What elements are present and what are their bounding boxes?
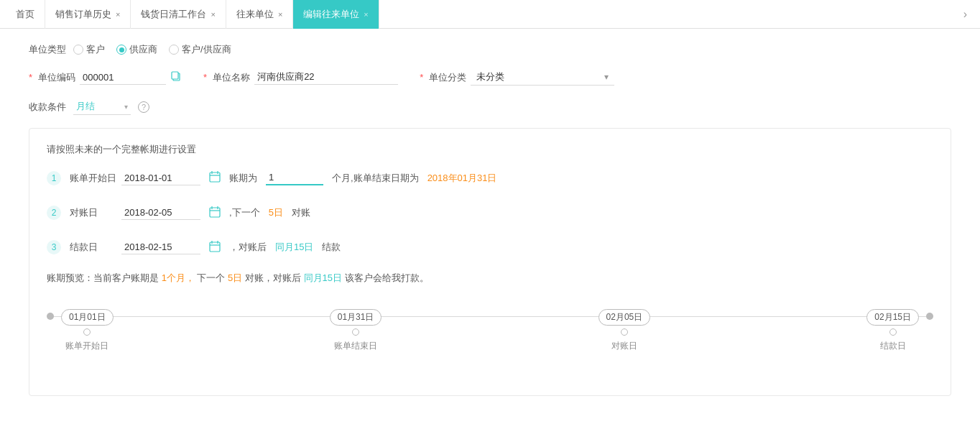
- reconcile-desc-prefix: ,下一个: [229, 206, 260, 219]
- unit-code-label: 单位编码: [38, 71, 75, 84]
- close-icon[interactable]: ×: [278, 10, 282, 19]
- row-label-2: 对账日: [70, 206, 113, 219]
- timeline-container: 01月01日 账单开始日 01月31日 账单结束日 02月05日: [47, 302, 933, 381]
- tab-sales-history[interactable]: 销售订单历史 ×: [45, 0, 131, 29]
- unit-name-input[interactable]: [254, 70, 398, 85]
- required-star-code: *: [29, 72, 32, 83]
- row-num-3: 3: [47, 240, 61, 254]
- timeline-point-4: 02月15日 结款日: [866, 309, 919, 352]
- copy-icon[interactable]: [170, 70, 182, 84]
- period-settings-box: 请按照未来的一个完整帐期进行设置 1 账单开始日 账期为 个月,账单结束日期为 …: [29, 128, 951, 396]
- reconcile-desc-suffix: 对账: [292, 206, 310, 219]
- unit-category-label: 单位分类: [429, 71, 466, 84]
- radio-circle-both: [169, 45, 179, 55]
- tab-bar: 首页 销售订单历史 × 钱货日清工作台 × 往来单位 × 编辑往来单位 × ›: [0, 0, 980, 29]
- setting-row-3: 3 结款日 ，对账后 同月15日 结款: [47, 240, 933, 254]
- account-start-date-input[interactable]: [121, 171, 200, 185]
- payment-terms-row: 收款条件 月结 ▾ ?: [29, 98, 951, 115]
- chevron-down-icon: ▾: [124, 103, 128, 111]
- unit-category-value: 未分类: [476, 70, 604, 83]
- preview-text: 账期预览：当前客户账期是 1个月， 下一个 5日 对账，对账后 同月15日 该客…: [47, 272, 933, 285]
- row-label-1: 账单开始日: [70, 172, 113, 185]
- unit-type-radio-group: 客户 供应商 客户/供应商: [73, 43, 231, 56]
- unit-name-label: 单位名称: [213, 71, 250, 84]
- close-icon[interactable]: ×: [211, 10, 215, 19]
- timeline-point-2: 01月31日 账单结束日: [330, 309, 382, 352]
- timeline-badge-3: 02月05日: [598, 309, 651, 326]
- tab-edit-partner[interactable]: 编辑往来单位 ×: [293, 0, 379, 29]
- radio-both[interactable]: 客户/供应商: [169, 43, 231, 56]
- timeline-points: 01月01日 账单开始日 01月31日 账单结束日 02月05日: [47, 309, 933, 352]
- payment-desc-prefix: ，对账后: [229, 241, 267, 254]
- tab-home[interactable]: 首页: [6, 0, 45, 29]
- payment-terms-select[interactable]: 月结 ▾: [73, 98, 131, 115]
- timeline-point-3: 02月05日 对账日: [598, 309, 651, 352]
- setting-row-2: 2 对账日 ,下一个 5日 对账: [47, 206, 933, 220]
- unit-category-select[interactable]: 未分类 ▾: [471, 69, 614, 86]
- payment-date-input[interactable]: [121, 240, 200, 254]
- unit-name-group: * 单位名称: [203, 70, 398, 85]
- row-num-1: 1: [47, 171, 61, 185]
- main-content: 单位类型 客户 供应商 客户/供应商 * 单位编码: [0, 29, 980, 437]
- payment-terms-value: 月结: [76, 100, 120, 113]
- required-star-name: *: [203, 72, 207, 83]
- help-icon[interactable]: ?: [138, 101, 149, 113]
- timeline-point-1: 01月01日 账单开始日: [61, 309, 114, 352]
- row-label-3: 结款日: [70, 241, 113, 254]
- section-title: 请按照未来的一个完整帐期进行设置: [47, 143, 933, 156]
- timeline-dot-3: [621, 328, 628, 336]
- unit-type-label: 单位类型: [29, 43, 66, 56]
- period-value-input[interactable]: [266, 170, 323, 185]
- payment-day-highlight: 同月15日: [275, 241, 313, 254]
- timeline-label-4: 结款日: [880, 340, 906, 352]
- tab-cash-work[interactable]: 钱货日清工作台 ×: [131, 0, 226, 29]
- period-for-label: 账期为: [229, 172, 257, 185]
- unit-category-group: * 单位分类 未分类 ▾: [420, 69, 614, 86]
- calendar-icon-1[interactable]: [209, 171, 221, 185]
- radio-customer[interactable]: 客户: [73, 43, 105, 56]
- close-icon[interactable]: ×: [116, 10, 120, 19]
- radio-circle-supplier: [116, 45, 126, 55]
- unit-type-row: 单位类型 客户 供应商 客户/供应商: [29, 43, 951, 56]
- reconcile-date-input[interactable]: [121, 206, 200, 220]
- svg-rect-10: [210, 242, 220, 252]
- unit-info-row: * 单位编码 * 单位名称 * 单位分类 未分类 ▾: [29, 69, 951, 86]
- timeline-badge-2: 01月31日: [330, 309, 382, 326]
- svg-rect-2: [210, 172, 220, 182]
- svg-rect-6: [210, 208, 220, 217]
- timeline-dot-4: [889, 328, 897, 336]
- timeline-badge-4: 02月15日: [866, 309, 919, 326]
- radio-circle-customer: [73, 45, 83, 55]
- payment-terms-label: 收款条件: [29, 101, 66, 114]
- timeline-dot-1: [83, 328, 91, 336]
- reconcile-day-highlight: 5日: [269, 206, 283, 219]
- unit-code-input[interactable]: [80, 70, 166, 85]
- tab-more-button[interactable]: ›: [956, 8, 974, 21]
- calendar-icon-2[interactable]: [209, 206, 221, 220]
- period-end-date: 2018年01月31日: [427, 172, 497, 185]
- timeline-badge-1: 01月01日: [61, 309, 114, 326]
- close-icon[interactable]: ×: [364, 10, 368, 19]
- radio-supplier[interactable]: 供应商: [116, 43, 157, 56]
- row-num-2: 2: [47, 206, 61, 220]
- timeline-label-1: 账单开始日: [65, 340, 108, 352]
- setting-row-1: 1 账单开始日 账期为 个月,账单结束日期为 2018年01月31日: [47, 170, 933, 185]
- timeline-label-2: 账单结束日: [334, 340, 377, 352]
- payment-desc-suffix: 结款: [322, 241, 341, 254]
- chevron-down-icon: ▾: [604, 72, 609, 82]
- unit-code-group: * 单位编码: [29, 70, 182, 85]
- period-suffix-text: 个月,账单结束日期为: [332, 172, 419, 185]
- timeline-label-3: 对账日: [611, 340, 637, 352]
- timeline-dot-2: [352, 328, 359, 336]
- required-star-category: *: [420, 72, 423, 83]
- tab-partner-units[interactable]: 往来单位 ×: [226, 0, 293, 29]
- calendar-icon-3[interactable]: [209, 241, 221, 254]
- svg-rect-1: [172, 72, 178, 79]
